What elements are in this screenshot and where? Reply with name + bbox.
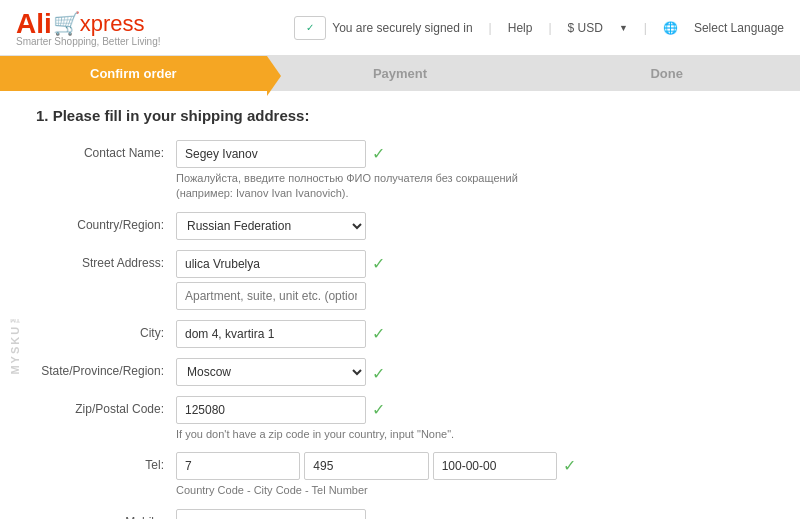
zip-label: Zip/Postal Code: — [36, 396, 176, 416]
progress-bar: Confirm order Payment Done — [0, 56, 800, 91]
main-form: 1. Please fill in your shipping address:… — [0, 91, 800, 519]
city-row: City: ✓ — [36, 320, 780, 348]
contact-name-field: ✓ Пожалуйста, введите полностью ФИО полу… — [176, 140, 576, 202]
tel-hint: Country Code - City Code - Tel Number — [176, 483, 576, 498]
secure-badge: ✓ You are securely signed in — [294, 16, 472, 40]
logo: Ali 🛒 xpress Smarter Shopping, Better Li… — [16, 8, 161, 47]
mobile-field — [176, 509, 576, 519]
tel-country-code-input[interactable] — [176, 452, 300, 480]
contact-name-check-icon: ✓ — [372, 144, 385, 163]
country-select[interactable]: Russian Federation United States Germany… — [176, 212, 366, 240]
logo-tagline: Smarter Shopping, Better Living! — [16, 36, 161, 47]
contact-name-row: Contact Name: ✓ Пожалуйста, введите полн… — [36, 140, 780, 202]
tel-number-input[interactable] — [433, 452, 557, 480]
country-label: Country/Region: — [36, 212, 176, 232]
contact-name-hint: Пожалуйста, введите полностью ФИО получа… — [176, 171, 576, 202]
country-field: Russian Federation United States Germany… — [176, 212, 576, 240]
secure-icon: ✓ — [294, 16, 326, 40]
logo-cart-icon: 🛒 — [53, 11, 80, 37]
zip-input[interactable] — [176, 396, 366, 424]
header-right: ✓ You are securely signed in | Help | $ … — [294, 16, 784, 40]
state-row: State/Province/Region: Moscow Saint Pete… — [36, 358, 780, 386]
city-field: ✓ — [176, 320, 576, 348]
divider: | — [489, 21, 492, 35]
tel-check-icon: ✓ — [563, 456, 576, 475]
globe-icon: 🌐 — [663, 21, 678, 35]
header: Ali 🛒 xpress Smarter Shopping, Better Li… — [0, 0, 800, 56]
zip-check-icon: ✓ — [372, 400, 385, 419]
state-field: Moscow Saint Petersburg Novosibirsk ✓ — [176, 358, 576, 386]
country-region-row: Country/Region: Russian Federation Unite… — [36, 212, 780, 240]
help-link[interactable]: Help — [508, 21, 533, 35]
zip-field: ✓ If you don't have a zip code in your c… — [176, 396, 576, 442]
street-address-label: Street Address: — [36, 250, 176, 270]
tel-city-code-input[interactable] — [304, 452, 428, 480]
chevron-down-icon: ▼ — [619, 23, 628, 33]
city-check-icon: ✓ — [372, 324, 385, 343]
logo-express-text: xpress — [80, 11, 145, 37]
language-selector[interactable]: Select Language — [694, 21, 784, 35]
street-address-input[interactable] — [176, 250, 366, 278]
divider3: | — [644, 21, 647, 35]
zip-hint: If you don't have a zip code in your cou… — [176, 427, 576, 442]
city-input[interactable] — [176, 320, 366, 348]
contact-name-label: Contact Name: — [36, 140, 176, 160]
currency-selector[interactable]: $ USD — [568, 21, 603, 35]
state-select[interactable]: Moscow Saint Petersburg Novosibirsk — [176, 358, 366, 386]
zip-row: Zip/Postal Code: ✓ If you don't have a z… — [36, 396, 780, 442]
tel-label: Tel: — [36, 452, 176, 472]
mobile-row: Mobile: — [36, 509, 780, 519]
street-address-optional-input[interactable] — [176, 282, 366, 310]
state-label: State/Province/Region: — [36, 358, 176, 378]
tel-field: ✓ Country Code - City Code - Tel Number — [176, 452, 576, 498]
mobile-input[interactable] — [176, 509, 366, 519]
street-address-row: Street Address: ✓ — [36, 250, 780, 310]
street-address-field: ✓ — [176, 250, 576, 310]
mobile-label: Mobile: — [36, 509, 176, 519]
contact-name-input[interactable] — [176, 140, 366, 168]
page-content: MYSKU™ 1. Please fill in your shipping a… — [0, 91, 800, 519]
divider2: | — [548, 21, 551, 35]
step-done[interactable]: Done — [533, 56, 800, 91]
watermark: MYSKU™ — [0, 91, 30, 519]
step-confirm-order[interactable]: Confirm order — [0, 56, 267, 91]
city-label: City: — [36, 320, 176, 340]
street-address-check-icon: ✓ — [372, 254, 385, 273]
section-title: 1. Please fill in your shipping address: — [36, 107, 780, 124]
tel-row: Tel: ✓ Country Code - City Code - Tel Nu… — [36, 452, 780, 498]
step-payment[interactable]: Payment — [267, 56, 534, 91]
secure-text: You are securely signed in — [332, 21, 472, 35]
state-check-icon: ✓ — [372, 364, 385, 383]
